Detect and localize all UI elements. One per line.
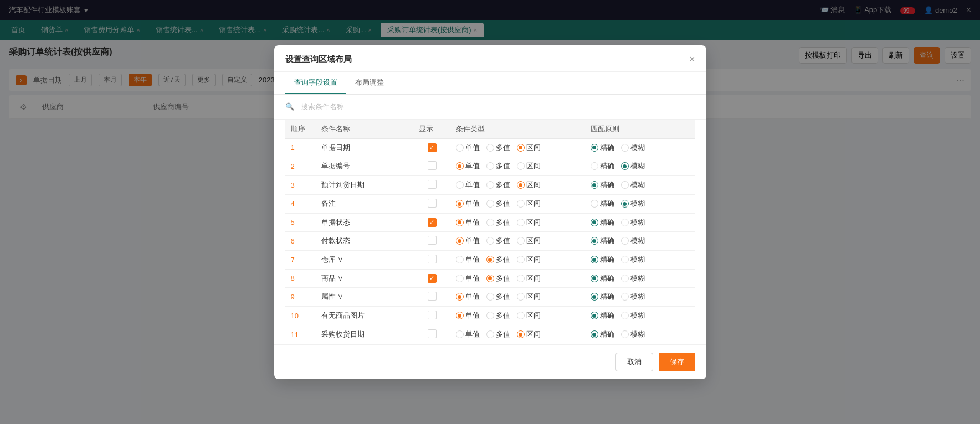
radio-match-模糊-7[interactable]: 模糊 [621, 273, 645, 283]
checkbox-0[interactable] [428, 143, 437, 152]
radio-match-精确-4[interactable]: 精确 [591, 218, 614, 227]
row-show-7[interactable] [413, 269, 450, 287]
radio-match-精确-7[interactable]: 精确 [591, 273, 614, 283]
radio-type-多值-10[interactable]: 多值 [486, 329, 510, 339]
radio-match-精确-5[interactable]: 精确 [591, 236, 614, 246]
radio-match-dot-2 [591, 181, 598, 189]
radio-type-单值-6[interactable]: 单值 [456, 255, 480, 265]
radio-label-5: 区间 [526, 236, 541, 246]
radio-type-区间-9[interactable]: 区间 [517, 311, 541, 320]
radio-dot-9 [517, 312, 525, 319]
radio-type-多值-0[interactable]: 多值 [486, 143, 510, 153]
radio-match-dot-8 [591, 293, 598, 301]
row-show-5[interactable] [413, 231, 450, 250]
row-show-4[interactable] [413, 213, 450, 231]
radio-type-多值-1[interactable]: 多值 [486, 161, 510, 171]
radio-type-单值-8[interactable]: 单值 [456, 292, 480, 302]
radio-type-多值-6[interactable]: 多值 [486, 255, 510, 265]
radio-match-模糊-0[interactable]: 模糊 [621, 143, 645, 153]
checkbox-10[interactable] [428, 329, 437, 338]
radio-match-精确-9[interactable]: 精确 [591, 311, 614, 320]
radio-label-1: 单值 [465, 161, 480, 171]
radio-dot-8 [517, 293, 525, 301]
radio-type-多值-8[interactable]: 多值 [486, 292, 510, 302]
radio-type-多值-2[interactable]: 多值 [486, 180, 510, 190]
radio-type-区间-7[interactable]: 区间 [517, 273, 541, 283]
radio-match-dot-4 [621, 219, 629, 226]
radio-type-区间-3[interactable]: 区间 [517, 199, 541, 209]
checkbox-9[interactable] [428, 311, 437, 319]
row-type-1: 单值多值区间 [450, 157, 585, 175]
radio-dot-0 [456, 144, 464, 152]
radio-match-精确-8[interactable]: 精确 [591, 292, 614, 302]
row-show-3[interactable] [413, 194, 450, 213]
radio-type-多值-7[interactable]: 多值 [486, 273, 510, 283]
radio-match-模糊-4[interactable]: 模糊 [621, 218, 645, 227]
radio-match-精确-0[interactable]: 精确 [591, 143, 614, 153]
radio-match-精确-3[interactable]: 精确 [591, 199, 614, 209]
checkbox-4[interactable] [428, 218, 437, 227]
row-match-1: 精确模糊 [585, 157, 695, 175]
checkbox-5[interactable] [428, 236, 437, 245]
radio-match-dot-3 [591, 200, 598, 208]
radio-type-多值-5[interactable]: 多值 [486, 236, 510, 246]
row-show-9[interactable] [413, 306, 450, 325]
dialog-close-button[interactable]: × [689, 54, 695, 64]
dialog-tab-query-fields[interactable]: 查询字段设置 [285, 72, 346, 94]
save-button[interactable]: 保存 [659, 353, 695, 371]
radio-match-模糊-6[interactable]: 模糊 [621, 255, 645, 265]
radio-type-单值-3[interactable]: 单值 [456, 199, 480, 209]
dialog-search-input[interactable] [297, 100, 408, 113]
dialog-tab-layout[interactable]: 布局调整 [346, 72, 393, 94]
radio-match-模糊-1[interactable]: 模糊 [621, 161, 645, 171]
row-show-8[interactable] [413, 287, 450, 306]
radio-type-多值-9[interactable]: 多值 [486, 311, 510, 320]
radio-type-单值-7[interactable]: 单值 [456, 273, 480, 283]
radio-type-多值-3[interactable]: 多值 [486, 199, 510, 209]
radio-type-区间-4[interactable]: 区间 [517, 218, 541, 227]
row-show-6[interactable] [413, 250, 450, 269]
radio-match-精确-2[interactable]: 精确 [591, 180, 614, 190]
radio-dot-0 [517, 144, 525, 152]
radio-type-单值-4[interactable]: 单值 [456, 218, 480, 227]
radio-type-单值-5[interactable]: 单值 [456, 236, 480, 246]
row-show-10[interactable] [413, 325, 450, 344]
radio-type-区间-5[interactable]: 区间 [517, 236, 541, 246]
radio-type-单值-1[interactable]: 单值 [456, 161, 480, 171]
radio-type-区间-8[interactable]: 区间 [517, 292, 541, 302]
radio-type-区间-1[interactable]: 区间 [517, 161, 541, 171]
radio-match-模糊-5[interactable]: 模糊 [621, 236, 645, 246]
radio-match-模糊-8[interactable]: 模糊 [621, 292, 645, 302]
radio-match-模糊-10[interactable]: 模糊 [621, 329, 645, 339]
dialog-search-area: 🔍 [274, 95, 706, 120]
radio-type-区间-6[interactable]: 区间 [517, 255, 541, 265]
radio-match-模糊-9[interactable]: 模糊 [621, 311, 645, 320]
checkbox-2[interactable] [428, 180, 437, 189]
checkbox-8[interactable] [428, 292, 437, 301]
radio-type-单值-10[interactable]: 单值 [456, 329, 480, 339]
row-show-2[interactable] [413, 175, 450, 194]
radio-match-精确-6[interactable]: 精确 [591, 255, 614, 265]
radio-match-模糊-3[interactable]: 模糊 [621, 199, 645, 209]
row-show-0[interactable] [413, 138, 450, 157]
radio-match-精确-10[interactable]: 精确 [591, 329, 614, 339]
radio-label-6: 多值 [496, 255, 510, 265]
radio-type-单值-2[interactable]: 单值 [456, 180, 480, 190]
row-name-2: 预计到货日期 [316, 175, 414, 194]
radio-type-区间-0[interactable]: 区间 [517, 143, 541, 153]
radio-type-多值-4[interactable]: 多值 [486, 218, 510, 227]
radio-match-精确-1[interactable]: 精确 [591, 161, 614, 171]
radio-type-区间-2[interactable]: 区间 [517, 180, 541, 190]
row-show-1[interactable] [413, 157, 450, 175]
checkbox-7[interactable] [428, 274, 437, 283]
cancel-button[interactable]: 取消 [615, 353, 653, 371]
radio-type-单值-0[interactable]: 单值 [456, 143, 480, 153]
radio-label-3: 单值 [465, 199, 480, 209]
radio-type-区间-10[interactable]: 区间 [517, 329, 541, 339]
row-match-3: 精确模糊 [585, 194, 695, 213]
checkbox-1[interactable] [428, 161, 437, 170]
radio-type-单值-9[interactable]: 单值 [456, 311, 480, 320]
checkbox-6[interactable] [428, 255, 437, 263]
radio-match-模糊-2[interactable]: 模糊 [621, 180, 645, 190]
checkbox-3[interactable] [428, 199, 437, 208]
